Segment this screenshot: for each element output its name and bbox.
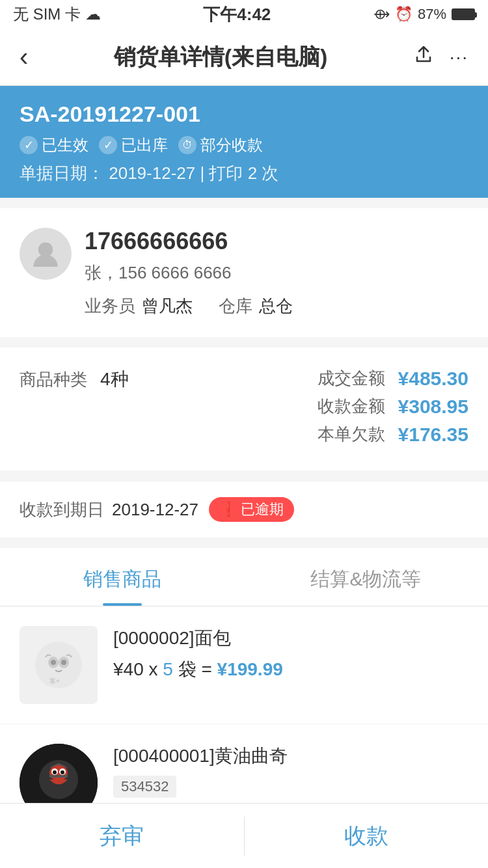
overdue-badge: ❗ 已逾期 — [209, 497, 294, 522]
battery-level: 87% — [418, 6, 446, 23]
status-bar: 无 SIM 卡 ☁ 下午4:42 ⟴ ⏰ 87% — [0, 0, 488, 29]
warehouse-info: 仓库 总仓 — [219, 295, 293, 318]
badge-partial: ⏱ 部分收款 — [178, 135, 263, 156]
price-x-1: x — [149, 659, 163, 679]
product-info-1: [0000002]面包 ¥40 x 5 袋 = ¥199.99 — [113, 626, 468, 682]
page-title: 销货单详情(来自电脑) — [114, 42, 328, 72]
overdue-icon: ❗ — [219, 501, 237, 518]
partial-icon: ⏱ — [178, 136, 197, 154]
tabs-bar: 销售商品 结算&物流等 — [0, 548, 488, 606]
due-label: 收款到期日 — [20, 498, 104, 521]
amount-row-2: 收款金额 ¥308.95 — [318, 395, 468, 418]
nav-actions: ··· — [413, 44, 468, 70]
product-name-1: [0000002]面包 — [113, 626, 468, 651]
status-right: ⟴ ⏰ 87% — [373, 6, 475, 23]
amount-value-1: ¥485.30 — [398, 368, 468, 390]
summary-left: 商品种类 4种 — [20, 367, 129, 392]
customer-meta: 业务员 曾凡杰 仓库 总仓 — [85, 295, 468, 318]
location-icon: ⟴ — [373, 6, 390, 23]
svg-point-12 — [53, 770, 57, 774]
sales-label: 业务员 — [85, 295, 135, 318]
alarm-icon: ⏰ — [395, 6, 413, 23]
order-date-line: 单据日期： 2019-12-27 | 打印 2 次 — [20, 162, 468, 185]
warehouse-label: 仓库 — [219, 295, 252, 318]
order-id: SA-20191227-001 — [20, 102, 200, 127]
date-separator: | — [200, 163, 209, 183]
price-base-1: ¥40 — [113, 659, 144, 679]
due-date: 2019-12-27 — [112, 500, 198, 520]
reject-button[interactable]: 弃审 — [0, 804, 244, 868]
divider-1 — [0, 337, 488, 347]
amount-value-2: ¥308.95 — [398, 396, 468, 418]
tab-settlement[interactable]: 结算&物流等 — [244, 548, 488, 606]
order-date: 2019-12-27 — [109, 163, 195, 183]
svg-point-5 — [61, 660, 66, 665]
type-value: 4种 — [100, 367, 129, 392]
svg-point-4 — [51, 660, 56, 665]
type-label: 商品种类 — [20, 368, 87, 391]
product-name-2: [000400001]黄油曲奇 — [113, 744, 468, 768]
badge-partial-text: 部分收款 — [200, 135, 263, 156]
amount-label-2: 收款金额 — [318, 395, 385, 418]
customer-info: 17666666666 张，156 6666 6666 业务员 曾凡杰 仓库 总… — [85, 228, 468, 318]
divider-2 — [0, 537, 488, 548]
price-qty-1: 5 — [163, 659, 173, 679]
effective-icon: ✓ — [20, 136, 38, 154]
overdue-text: 已逾期 — [241, 500, 284, 519]
product-image-1: 客+ — [20, 626, 98, 704]
customer-section: 17666666666 张，156 6666 6666 业务员 曾凡杰 仓库 总… — [0, 208, 488, 337]
product-sku-2: 534532 — [113, 776, 176, 798]
status-badges: ✓ 已生效 ✓ 已出库 ⏱ 部分收款 — [20, 135, 468, 156]
print-info: 打印 2 次 — [209, 163, 278, 183]
back-button[interactable]: ‹ — [20, 42, 28, 72]
badge-shipped: ✓ 已出库 — [99, 135, 168, 156]
share-button[interactable] — [413, 44, 434, 70]
nav-bar: ‹ 销货单详情(来自电脑) ··· — [0, 29, 488, 86]
summary-section: 商品种类 4种 成交金额 ¥485.30 收款金额 ¥308.95 本单欠款 ¥… — [0, 347, 488, 470]
svg-text:客+: 客+ — [49, 677, 60, 685]
price-total-1: ¥199.99 — [217, 659, 283, 679]
table-row: 客+ [0000002]面包 ¥40 x 5 袋 = ¥199.99 — [0, 606, 488, 724]
customer-avatar — [20, 228, 72, 280]
status-time: 下午4:42 — [203, 3, 271, 26]
amount-value-3: ¥176.35 — [398, 424, 468, 446]
product-price-1: ¥40 x 5 袋 = ¥199.99 — [113, 657, 468, 682]
summary-right: 成交金额 ¥485.30 收款金额 ¥308.95 本单欠款 ¥176.35 — [318, 367, 468, 451]
svg-rect-14 — [49, 775, 68, 778]
badge-shipped-text: 已出库 — [121, 135, 168, 156]
date-label: 单据日期： — [20, 163, 104, 183]
tab-sales-products[interactable]: 销售商品 — [0, 548, 244, 606]
amount-label-1: 成交金额 — [318, 367, 385, 390]
bottom-bar: 弃审 收款 — [0, 803, 488, 868]
sim-status: 无 SIM 卡 ☁ — [13, 4, 101, 25]
more-button[interactable]: ··· — [450, 47, 468, 68]
customer-phone: 17666666666 — [85, 228, 468, 255]
price-sep-1: = — [201, 659, 217, 679]
amount-label-3: 本单欠款 — [318, 423, 385, 446]
amount-row-1: 成交金额 ¥485.30 — [318, 367, 468, 390]
due-date-section: 收款到期日 2019-12-27 ❗ 已逾期 — [0, 481, 488, 537]
customer-name: 张，156 6666 6666 — [85, 262, 468, 284]
price-unit-1: 袋 — [178, 659, 197, 679]
badge-effective-text: 已生效 — [42, 135, 88, 156]
sales-name: 曾凡杰 — [142, 295, 193, 318]
warehouse-name: 总仓 — [259, 295, 293, 318]
status-left: 无 SIM 卡 ☁ — [13, 4, 101, 25]
amount-row-3: 本单欠款 ¥176.35 — [318, 423, 468, 446]
collect-button[interactable]: 收款 — [245, 804, 489, 868]
sales-info: 业务员 曾凡杰 — [85, 295, 193, 318]
header-banner: SA-20191227-001 ✓ 已生效 ✓ 已出库 ⏱ 部分收款 单据日期：… — [0, 86, 488, 198]
shipped-icon: ✓ — [99, 136, 117, 154]
badge-effective: ✓ 已生效 — [20, 135, 88, 156]
battery-icon — [452, 8, 475, 20]
svg-point-13 — [61, 770, 64, 774]
